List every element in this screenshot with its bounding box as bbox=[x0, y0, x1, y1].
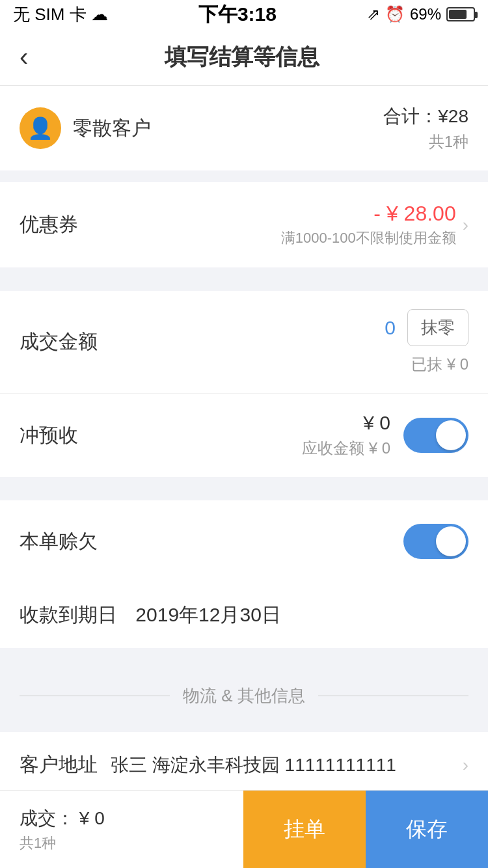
transaction-sub: 已抹 ¥ 0 bbox=[411, 354, 468, 375]
back-button[interactable]: ‹ bbox=[20, 42, 28, 72]
total-count: 共1种 bbox=[383, 131, 468, 152]
deal-label: 成交： bbox=[20, 808, 74, 828]
prepayment-sub: 应收金额 ¥ 0 bbox=[302, 438, 390, 459]
logistics-divider: 物流 & 其他信息 bbox=[0, 685, 488, 707]
logistics-section: 物流 & 其他信息 bbox=[0, 671, 488, 720]
coupon-discount: - ¥ 28.00 bbox=[281, 202, 456, 226]
coupon-desc: 满1000-100不限制使用金额 bbox=[281, 228, 456, 248]
debit-label: 本单赊欠 bbox=[20, 528, 98, 555]
nav-bar: ‹ 填写结算等信息 bbox=[0, 29, 488, 86]
status-right: ⇗ ⏰ 69% bbox=[367, 5, 475, 23]
battery-icon bbox=[446, 7, 475, 21]
prepayment-toggle[interactable] bbox=[403, 418, 468, 453]
transaction-value: 0 bbox=[385, 317, 396, 339]
status-time: 下午3:18 bbox=[198, 1, 277, 28]
customer-name: 零散客户 bbox=[73, 115, 151, 142]
alarm-icon: ⏰ bbox=[385, 5, 405, 23]
customer-row: 👤 零散客户 合计：¥28 共1种 bbox=[0, 86, 488, 170]
debit-toggle[interactable] bbox=[403, 524, 468, 559]
total-amount: 合计：¥28 bbox=[383, 104, 468, 129]
logistics-label: 物流 & 其他信息 bbox=[170, 685, 318, 707]
save-button[interactable]: 保存 bbox=[366, 791, 488, 868]
round-zero-button[interactable]: 抹零 bbox=[407, 309, 468, 346]
avatar: 👤 bbox=[20, 107, 61, 149]
chevron-right-icon: › bbox=[463, 215, 468, 236]
coupon-right: - ¥ 28.00 满1000-100不限制使用金额 › bbox=[281, 202, 468, 248]
coupon-label: 优惠券 bbox=[20, 211, 78, 238]
battery-percent: 69% bbox=[410, 5, 441, 23]
status-left: 无 SIM 卡 ☁ bbox=[13, 3, 108, 26]
customer-info: 👤 零散客户 bbox=[20, 107, 151, 149]
status-bar: 无 SIM 卡 ☁ 下午3:18 ⇗ ⏰ 69% bbox=[0, 0, 488, 29]
due-date-value: 2019年12月30日 bbox=[135, 604, 280, 625]
address-value: 张三 海淀永丰科技园 11111111111 bbox=[111, 753, 456, 778]
address-chevron-icon: › bbox=[463, 755, 468, 776]
prepayment-value: ¥ 0 bbox=[302, 412, 390, 434]
due-date-row: 收款到期日 2019年12月30日 bbox=[0, 582, 488, 648]
form-section: 成交金额 0 抹零 已抹 ¥ 0 冲预收 ¥ 0 应收金额 ¥ 0 bbox=[0, 291, 488, 477]
address-row[interactable]: 客户地址 张三 海淀永丰科技园 11111111111 › bbox=[0, 732, 488, 798]
transaction-right: 0 抹零 bbox=[385, 309, 468, 346]
section-divider-3 bbox=[0, 660, 488, 671]
due-date-label: 收款到期日 bbox=[20, 604, 117, 625]
pending-button[interactable]: 挂单 bbox=[243, 791, 366, 868]
address-label: 客户地址 bbox=[20, 752, 98, 778]
bottom-bar: 成交： ¥ 0 共1种 挂单 保存 bbox=[0, 790, 488, 868]
sim-label: 无 SIM 卡 ☁ bbox=[13, 3, 108, 26]
prepayment-label: 冲预收 bbox=[20, 422, 78, 449]
debit-row: 本单赊欠 bbox=[0, 500, 488, 582]
bottom-count: 共1种 bbox=[20, 834, 224, 853]
bottom-deal: 成交： ¥ 0 bbox=[20, 806, 224, 831]
page-title: 填写结算等信息 bbox=[41, 42, 442, 72]
location-icon: ⇗ bbox=[367, 5, 380, 23]
customer-total: 合计：¥28 共1种 bbox=[383, 104, 468, 152]
transaction-row: 成交金额 0 抹零 已抹 ¥ 0 bbox=[0, 291, 488, 394]
prepayment-row: 冲预收 ¥ 0 应收金额 ¥ 0 bbox=[0, 394, 488, 477]
deal-amount: ¥ 0 bbox=[79, 808, 105, 828]
coupon-row[interactable]: 优惠券 - ¥ 28.00 满1000-100不限制使用金额 › bbox=[0, 182, 488, 267]
divider-line-left bbox=[20, 696, 170, 696]
debit-section: 本单赊欠 收款到期日 2019年12月30日 bbox=[0, 500, 488, 648]
bottom-info: 成交： ¥ 0 共1种 bbox=[0, 791, 243, 868]
divider-line-right bbox=[318, 696, 468, 696]
transaction-label: 成交金额 bbox=[20, 329, 98, 355]
section-divider bbox=[0, 279, 488, 291]
section-divider-2 bbox=[0, 489, 488, 500]
coupon-card[interactable]: 优惠券 - ¥ 28.00 满1000-100不限制使用金额 › bbox=[0, 182, 488, 267]
